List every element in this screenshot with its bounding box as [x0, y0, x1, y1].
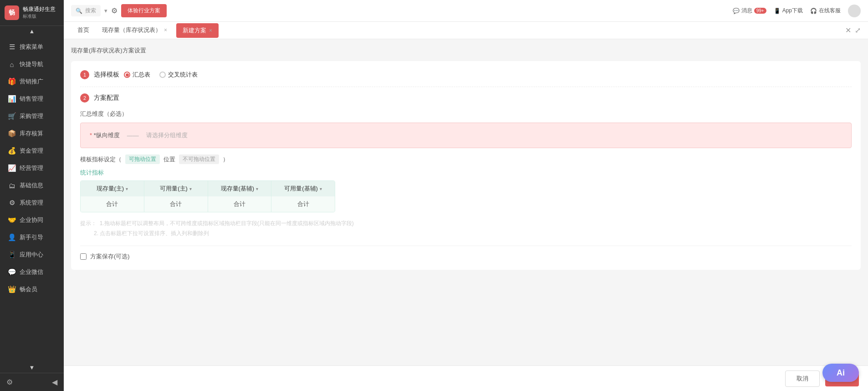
- tab-close-all-btn[interactable]: ✕: [845, 26, 851, 35]
- step1-row: 1 选择模板 汇总表 交叉统计表: [80, 70, 852, 79]
- col-header-1[interactable]: 现存量(主) ▾: [81, 181, 144, 196]
- step2-label: 方案配置: [94, 94, 119, 102]
- tab-expand-btn[interactable]: ⤢: [855, 26, 861, 35]
- col-header-3[interactable]: 现存量(基辅) ▾: [208, 181, 272, 196]
- sidebar-item-finance[interactable]: 💰 资金管理: [0, 142, 64, 159]
- sidebar-item-label: 搜索菜单: [20, 43, 43, 51]
- sidebar-item-management[interactable]: 📈 经营管理: [0, 159, 64, 177]
- topbar: 🔍 搜索 ▾ ⚙ 体验行业方案 💬 消息 99+ 📱 App下载 🎧 在线客服: [64, 0, 868, 22]
- message-label: 消息: [741, 7, 752, 15]
- stats-table-header: 现存量(主) ▾ 可用量(主) ▾ 现存量(基辅) ▾ 可用量(基辅) ▾: [81, 181, 335, 196]
- indicator-label-text2: 位置: [163, 155, 175, 164]
- tab-inventory-close[interactable]: ×: [164, 27, 167, 33]
- dimension-placeholder[interactable]: 请选择分组维度: [146, 131, 188, 139]
- save-checkbox[interactable]: [80, 253, 87, 260]
- settings-footer-btn[interactable]: ⚙: [6, 378, 13, 386]
- service-icon: 🎧: [810, 8, 817, 14]
- sidebar-item-label: 销售管理: [20, 95, 43, 103]
- col-chevron-1-icon: ▾: [126, 186, 128, 191]
- hint-text-2: 2. 点击标题栏下拉可设置排序、插入列和删除列: [80, 229, 852, 239]
- sidebar-item-inventory[interactable]: 📦 库存核算: [0, 125, 64, 142]
- app-download-label: App下载: [782, 7, 803, 15]
- tabs-actions: ✕ ⤢: [845, 26, 861, 35]
- user-icon: 👤: [8, 233, 16, 242]
- radio-cross-label: 交叉统计表: [168, 71, 198, 79]
- sidebar-item-sales[interactable]: 📊 销售管理: [0, 90, 64, 108]
- step-divider: [80, 87, 852, 87]
- cancel-button[interactable]: 取消: [785, 370, 820, 387]
- sidebar-item-label: 库存核算: [20, 129, 43, 138]
- sidebar-nav: ☰ 搜索菜单 ⌂ 快捷导航 🎁 营销推广 📊 销售管理 🛒 采购管理 📦 库存核…: [0, 36, 64, 362]
- radio-cross-table[interactable]: 交叉统计表: [159, 71, 198, 79]
- step2-row: 2 方案配置: [80, 93, 852, 103]
- tab-home[interactable]: 首页: [71, 22, 96, 39]
- message-btn[interactable]: 💬 消息 99+: [733, 7, 766, 15]
- trial-btn[interactable]: 体验行业方案: [121, 4, 167, 17]
- gear-icon: ⚙: [8, 199, 16, 207]
- service-label: 在线客服: [819, 7, 841, 15]
- sidebar-item-basic-info[interactable]: 🗂 基础信息: [0, 177, 64, 194]
- topbar-gear-icon[interactable]: ⚙: [111, 6, 117, 15]
- sidebar-scroll-down[interactable]: ▼: [0, 362, 64, 373]
- sidebar-item-label: 采购管理: [20, 112, 43, 120]
- mobile-icon: 📱: [8, 251, 16, 259]
- topbar-search-box[interactable]: 🔍 搜索: [71, 5, 101, 16]
- dimension-dash: ——: [127, 132, 139, 139]
- handshake-icon: 🤝: [8, 216, 16, 224]
- app-download-btn[interactable]: 📱 App下载: [774, 7, 803, 15]
- col-header-4[interactable]: 可用量(基辅) ▾: [271, 181, 335, 196]
- download-icon: 📱: [774, 8, 781, 14]
- tab-new-plan[interactable]: 新建方案 ×: [176, 23, 219, 38]
- sidebar-item-appcenter[interactable]: 📱 应用中心: [0, 246, 64, 263]
- dimension-inner: * *纵向维度 —— 请选择分组维度: [90, 131, 842, 139]
- tabs-bar: 首页 现存量（库存状况表） × 新建方案 × ✕ ⤢: [64, 22, 868, 39]
- money-icon: 💰: [8, 147, 16, 155]
- tab-inventory[interactable]: 现存量（库存状况表） ×: [96, 22, 174, 39]
- sidebar-item-purchase[interactable]: 🛒 采购管理: [0, 108, 64, 125]
- sidebar-item-collab[interactable]: 🤝 企业协同: [0, 211, 64, 229]
- radio-summary-table[interactable]: 汇总表: [124, 71, 150, 79]
- collapse-footer-btn[interactable]: ◀: [52, 378, 57, 386]
- bottom-bar: 取消 查询: [64, 365, 868, 391]
- cart-icon: 🛒: [8, 112, 16, 120]
- body-col-2: 合计: [144, 196, 208, 212]
- step2-badge: 2: [80, 93, 89, 103]
- tab-new-plan-label: 新建方案: [183, 26, 206, 35]
- tab-home-label: 首页: [77, 26, 89, 34]
- sidebar-item-guide[interactable]: 👤 新手引导: [0, 229, 64, 246]
- sidebar-scroll-up[interactable]: ▲: [0, 26, 64, 36]
- indicator-settings: 模板指标设定（ 可拖动位置 位置 不可拖动位置 ）: [80, 154, 852, 164]
- dropdown-arrow-icon: ▾: [104, 7, 107, 14]
- sidebar-item-wechat[interactable]: 💬 企业微信: [0, 263, 64, 281]
- ai-fab-button[interactable]: Ai: [822, 364, 859, 382]
- sidebar-item-label: 新手引导: [20, 233, 43, 242]
- save-row: 方案保存(可选): [80, 246, 852, 261]
- dimension-required-label: * *纵向维度: [90, 131, 120, 139]
- sidebar-item-system[interactable]: ⚙ 系统管理: [0, 194, 64, 211]
- indicator-close-text: ）: [223, 155, 229, 164]
- sidebar-item-quicknav[interactable]: ⌂ 快捷导航: [0, 56, 64, 73]
- hint-section: 提示： 1.拖动标题栏可以调整布局，不可跨维度或指标区域拖动栏目字段(只能在同一…: [80, 219, 852, 238]
- step1-label: 选择模板: [94, 71, 119, 79]
- sidebar-item-member[interactable]: 👑 畅会员: [0, 281, 64, 298]
- sidebar-item-label: 营销推广: [20, 77, 43, 86]
- sidebar-item-marketing[interactable]: 🎁 营销推广: [0, 73, 64, 90]
- topbar-dropdown[interactable]: ▾: [104, 7, 107, 14]
- online-service-btn[interactable]: 🎧 在线客服: [810, 7, 841, 15]
- col-header-2-label: 可用量(主): [160, 185, 188, 193]
- user-avatar[interactable]: [848, 5, 861, 17]
- stats-section-label: 统计指标: [80, 169, 852, 177]
- trending-icon: 📈: [8, 164, 16, 172]
- search-placeholder-text: 搜索: [85, 7, 96, 15]
- tab-new-plan-close[interactable]: ×: [209, 27, 212, 34]
- save-label: 方案保存(可选): [90, 252, 130, 261]
- main: 🔍 搜索 ▾ ⚙ 体验行业方案 💬 消息 99+ 📱 App下载 🎧 在线客服: [64, 0, 868, 391]
- home-icon: ⌂: [8, 60, 16, 68]
- app-name: 畅康通好生意: [23, 6, 56, 13]
- sidebar-item-search[interactable]: ☰ 搜索菜单: [0, 38, 64, 56]
- col-header-2[interactable]: 可用量(主) ▾: [144, 181, 208, 196]
- tab-inventory-label: 现存量（库存状况表）: [102, 26, 161, 34]
- radio-cross-indicator: [159, 72, 166, 78]
- radio-summary-label: 汇总表: [133, 71, 150, 79]
- col-chevron-3-icon: ▾: [256, 186, 258, 191]
